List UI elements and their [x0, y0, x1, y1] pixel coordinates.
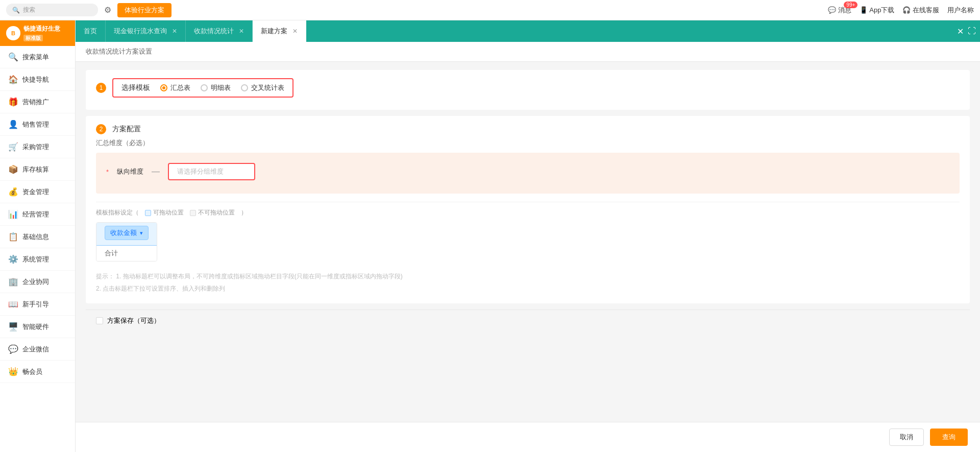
indicators-suffix: ）	[241, 208, 247, 217]
tab-bank-flow-close[interactable]: ✕	[172, 28, 177, 35]
sidebar-item-label: 库存核算	[22, 165, 49, 174]
online-service[interactable]: 🎧 在线客服	[902, 6, 939, 15]
cancel-button[interactable]: 取消	[889, 429, 924, 446]
sidebar-item-vip[interactable]: 👑 畅会员	[0, 361, 75, 383]
tab-new-plan-label: 新建方案	[261, 27, 287, 36]
sidebar-item-label: 畅会员	[22, 367, 42, 376]
dim-select-placeholder: 请选择分组维度	[177, 168, 224, 175]
logo-tag: 标准版	[23, 35, 43, 41]
stat-tag-row: 收款金额 ▾	[96, 223, 157, 245]
arrow-icon: —	[152, 167, 160, 176]
tab-new-plan-close[interactable]: ✕	[292, 28, 298, 35]
chevron-down-icon: ▾	[140, 230, 143, 236]
sidebar-item-label: 经营管理	[22, 210, 49, 219]
sidebar-item-label: 新手引导	[22, 300, 49, 309]
sidebar-item-collab[interactable]: 🏢 企业协同	[0, 271, 75, 293]
sidebar-item-operation[interactable]: 📊 经营管理	[0, 203, 75, 226]
legend-not-draggable: 不可拖动位置	[190, 208, 235, 217]
sidebar-item-finance[interactable]: 💰 资金管理	[0, 181, 75, 203]
legend-draggable: 可拖动位置	[145, 208, 184, 217]
search-placeholder: 搜索	[23, 6, 35, 14]
system-icon: ⚙️	[8, 254, 18, 264]
sidebar-item-system[interactable]: ⚙️ 系统管理	[0, 248, 75, 271]
cart-icon: 🛒	[8, 142, 18, 152]
indicators-title: 模板指标设定（	[96, 208, 139, 217]
app-download[interactable]: 📱 App下载	[860, 6, 894, 15]
tab-bank-flow[interactable]: 现金银行流水查询 ✕	[106, 20, 186, 42]
legend-draggable-label: 可拖动位置	[153, 208, 184, 217]
stat-sub-label: 合计	[96, 246, 157, 261]
dimension-area: * 纵向维度 — 请选择分组维度	[96, 153, 960, 194]
radio-summary[interactable]: 汇总表	[160, 83, 190, 92]
legend-dot-gray	[190, 210, 196, 216]
save-row: 方案保存（可选）	[86, 310, 970, 331]
tab-new-plan[interactable]: 新建方案 ✕	[253, 20, 306, 42]
sidebar-item-quick-nav[interactable]: 🏠 快捷导航	[0, 68, 75, 91]
template-radio-group: 汇总表 明细表 交叉统计表	[160, 83, 284, 92]
summary-dim-label: 汇总维度（必选）	[96, 138, 960, 148]
vip-icon: 👑	[8, 367, 18, 376]
tab-collection-stat-close[interactable]: ✕	[239, 28, 244, 35]
radio-summary-label: 汇总表	[170, 83, 190, 92]
sidebar-item-search-menu[interactable]: 🔍 搜索菜单	[0, 46, 75, 68]
sidebar-item-inventory[interactable]: 📦 库存核算	[0, 158, 75, 181]
sidebar-item-label: 企业微信	[22, 345, 49, 354]
service-label: 在线客服	[913, 6, 939, 14]
step1-section: 1 选择模板 汇总表	[86, 70, 970, 110]
gear-icon[interactable]: ⚙	[104, 5, 111, 15]
sidebar-item-wechat[interactable]: 💬 企业微信	[0, 338, 75, 361]
search-bar[interactable]: 🔍 搜索	[6, 4, 98, 16]
step2-section: 2 方案配置 汇总维度（必选） * 纵向维度 — 请选择分	[86, 116, 970, 303]
radio-detail[interactable]: 明细表	[201, 83, 231, 92]
stat-tag[interactable]: 收款金额 ▾	[105, 226, 149, 240]
sidebar-item-guide[interactable]: 📖 新手引导	[0, 293, 75, 316]
search-menu-icon: 🔍	[8, 52, 18, 62]
dimension-row: * 纵向维度 — 请选择分组维度	[106, 163, 949, 180]
close-window-icon[interactable]: ✕	[957, 27, 964, 36]
hardware-icon: 🖥️	[8, 322, 18, 331]
radio-cross-label: 交叉统计表	[251, 83, 284, 92]
user-name: 用户名称	[947, 6, 974, 15]
expand-icon[interactable]: ⛶	[968, 27, 976, 36]
save-label: 方案保存（可选）	[107, 316, 160, 325]
main-content: 收款情况统计方案设置 1 选择模板 汇总表	[76, 42, 980, 452]
logo-icon: B	[6, 26, 20, 40]
save-checkbox[interactable]	[96, 317, 103, 324]
legend-not-draggable-label: 不可拖动位置	[198, 208, 235, 217]
sidebar: B 畅捷通好生意 标准版 🔍 搜索菜单 🏠 快捷导航 🎁 营销推广 👤 销售管理…	[0, 20, 76, 452]
sidebar-item-purchase[interactable]: 🛒 采购管理	[0, 136, 75, 158]
book-icon: 📖	[8, 299, 18, 309]
sidebar-item-hardware[interactable]: 🖥️ 智能硬件	[0, 316, 75, 338]
service-icon: 🎧	[902, 6, 911, 14]
message-icon: 💬	[828, 6, 836, 14]
radio-cross[interactable]: 交叉统计表	[241, 83, 284, 92]
home-icon: 🏠	[8, 75, 18, 84]
sidebar-item-label: 智能硬件	[22, 322, 49, 331]
sidebar-item-sales[interactable]: 👤 销售管理	[0, 113, 75, 136]
tab-home-label: 首页	[84, 27, 97, 36]
vertical-dim-label: 纵向维度	[117, 167, 143, 176]
query-button[interactable]: 查询	[930, 429, 968, 446]
radio-summary-circle	[160, 84, 167, 91]
tip-1: 提示： 1. 拖动标题栏可以调整布局，不可跨维度或指标区域拖动栏目字段(只能在同…	[96, 271, 960, 282]
trial-btn[interactable]: 体验行业方案	[117, 3, 172, 17]
page-title: 收款情况统计方案设置	[86, 47, 152, 55]
step1-row: 1 选择模板 汇总表	[96, 78, 960, 98]
indicator-table-header: 收款金额 ▾	[96, 223, 157, 246]
wechat-icon: 💬	[8, 344, 18, 354]
sidebar-item-label: 营销推广	[22, 98, 49, 107]
clipboard-icon: 📋	[8, 232, 18, 242]
config-section: 汇总维度（必选） * 纵向维度 — 请选择分组维度	[96, 138, 960, 294]
sidebar-item-basic[interactable]: 📋 基础信息	[0, 226, 75, 248]
tab-collection-stat[interactable]: 收款情况统计 ✕	[186, 20, 253, 42]
tab-home[interactable]: 首页	[76, 20, 106, 42]
radio-detail-circle	[201, 84, 208, 91]
legend-dot-blue	[145, 210, 151, 216]
footer-actions: 取消 查询	[76, 422, 980, 452]
dim-select[interactable]: 请选择分组维度	[168, 163, 255, 180]
sidebar-item-label: 基础信息	[22, 232, 49, 242]
step2-num: 2	[96, 124, 106, 134]
sidebar-item-marketing[interactable]: 🎁 营销推广	[0, 91, 75, 113]
content-area: 1 选择模板 汇总表	[76, 62, 980, 340]
message-area[interactable]: 💬 消息 99+	[828, 6, 851, 15]
